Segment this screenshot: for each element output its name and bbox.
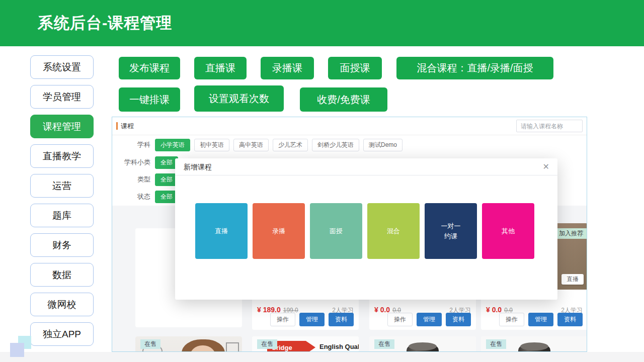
sidebar-item-live-teaching[interactable]: 直播教学 — [30, 144, 94, 168]
manage-button[interactable]: 管理 — [528, 313, 553, 326]
tag-primary-english[interactable]: 小学英语 — [155, 139, 190, 151]
lens-image: 在售 — [481, 336, 587, 352]
decorative-square-lavender — [10, 343, 24, 357]
panel-title: 课程 — [121, 122, 134, 131]
filter-label-status: 状态 — [112, 192, 150, 201]
sidebar-item-student-management[interactable]: 学员管理 — [30, 85, 94, 109]
lens-image: 在售 — [369, 336, 476, 352]
lens-graphic — [520, 342, 548, 350]
tag-junior-english[interactable]: 初中英语 — [194, 139, 229, 151]
woman-whiteboard-image: 在售 — [135, 336, 242, 352]
on-sale-badge: 在售 — [374, 339, 394, 349]
mixed-course-button[interactable]: 混合课程：直播/录播/面授 — [396, 57, 553, 79]
whiteboard-sketch — [226, 342, 239, 352]
modal-title: 新增课程 — [184, 163, 212, 172]
tag-senior-english[interactable]: 高中英语 — [233, 139, 269, 151]
modal-header: 新增课程 ✕ — [175, 158, 557, 175]
operate-button[interactable]: 操作 — [499, 313, 524, 326]
manage-button[interactable]: 管理 — [299, 313, 325, 326]
course-search-input[interactable] — [516, 120, 583, 132]
on-sale-badge: 在售 — [486, 339, 506, 349]
operate-button[interactable]: 操作 — [387, 313, 413, 326]
course-card-bottom-2[interactable]: bridge English Qualifications 在售 — [252, 336, 359, 352]
tag-test-demo[interactable]: 测试Demo — [363, 139, 403, 151]
sidebar-item-micro-school[interactable]: 微网校 — [30, 293, 94, 316]
material-button[interactable]: 资料 — [329, 313, 354, 326]
manage-button[interactable]: 管理 — [417, 313, 442, 326]
course-type-other[interactable]: 其他 — [482, 203, 534, 259]
lens-graphic — [409, 342, 437, 350]
tag-children-art[interactable]: 少儿艺术 — [273, 139, 308, 151]
recorded-course-button[interactable]: 录播课 — [261, 57, 314, 79]
course-card-bottom-3[interactable]: 在售 — [369, 336, 476, 352]
filter-label-subcategory: 学科小类 — [112, 158, 150, 167]
on-sale-badge: 在售 — [140, 339, 160, 349]
filter-row-type: 类型 全部 — [112, 174, 178, 185]
paid-free-course-button[interactable]: 收费/免费课 — [300, 87, 387, 112]
material-button[interactable]: 资料 — [446, 313, 471, 326]
operate-button[interactable]: 操作 — [270, 313, 295, 326]
sidebar-item-system-settings[interactable]: 系统设置 — [30, 55, 94, 79]
filter-row-subject: 学科 小学英语 初中英语 高中英语 少儿艺术 剑桥少儿英语 测试Demo — [112, 139, 403, 150]
publish-course-button[interactable]: 发布课程 — [119, 57, 180, 79]
filter-row-status: 状态 全部 — [112, 191, 178, 202]
offline-course-button[interactable]: 面授课 — [328, 57, 382, 79]
material-button[interactable]: 资料 — [557, 313, 583, 326]
add-course-modal: 新增课程 ✕ 直播 录播 面授 混合 一对一 约课 其他 — [175, 158, 557, 300]
course-card-bottom-1[interactable]: 在售 — [135, 336, 242, 352]
bottom-background-strip — [0, 352, 644, 362]
filter-label-type: 类型 — [112, 175, 150, 184]
cambridge-image: bridge English Qualifications 在售 — [252, 336, 359, 352]
tag-cambridge-children-english[interactable]: 剑桥少儿英语 — [312, 139, 359, 151]
course-type-live[interactable]: 直播 — [195, 203, 248, 259]
panel-accent-bar — [116, 122, 118, 130]
recommend-badge: 加入推荐 — [554, 228, 587, 239]
sidebar-item-standalone-app[interactable]: 独立APP — [30, 322, 94, 346]
course-panel-header: 课程 — [112, 117, 587, 135]
set-view-count-button[interactable]: 设置观看次数 — [194, 85, 284, 112]
sidebar-item-data[interactable]: 数据 — [30, 263, 94, 287]
page-header: 系统后台-课程管理 — [0, 0, 644, 46]
filter-label-subject: 学科 — [112, 140, 150, 149]
sidebar-item-course-management[interactable]: 课程管理 — [30, 115, 94, 138]
course-type-offline[interactable]: 面授 — [310, 203, 362, 259]
cambridge-title: English Qualifications — [319, 343, 359, 350]
sidebar-item-operations[interactable]: 运营 — [30, 174, 94, 198]
course-card-bottom-4[interactable]: 在售 — [481, 336, 587, 352]
close-icon[interactable]: ✕ — [543, 162, 549, 171]
subject-tags: 小学英语 初中英语 高中英语 少儿艺术 剑桥少儿英语 测试Demo — [155, 139, 403, 151]
course-type-mixed[interactable]: 混合 — [367, 203, 420, 259]
course-type-one-on-one[interactable]: 一对一 约课 — [425, 203, 477, 259]
on-sale-badge: 在售 — [257, 339, 277, 349]
filter-row-subcategory: 学科小类 全部 — [112, 157, 178, 168]
live-type-tag: 直播 — [561, 274, 584, 285]
course-type-recorded[interactable]: 录播 — [253, 203, 305, 259]
sidebar-item-finance[interactable]: 财务 — [30, 233, 94, 257]
sidebar-item-question-bank[interactable]: 题库 — [30, 204, 94, 227]
one-click-schedule-button[interactable]: 一键排课 — [119, 87, 180, 112]
live-course-button[interactable]: 直播课 — [194, 57, 247, 79]
app-root: { "colors": { "accent_green": "#17A94D",… — [0, 0, 644, 362]
page-title: 系统后台-课程管理 — [38, 0, 172, 46]
